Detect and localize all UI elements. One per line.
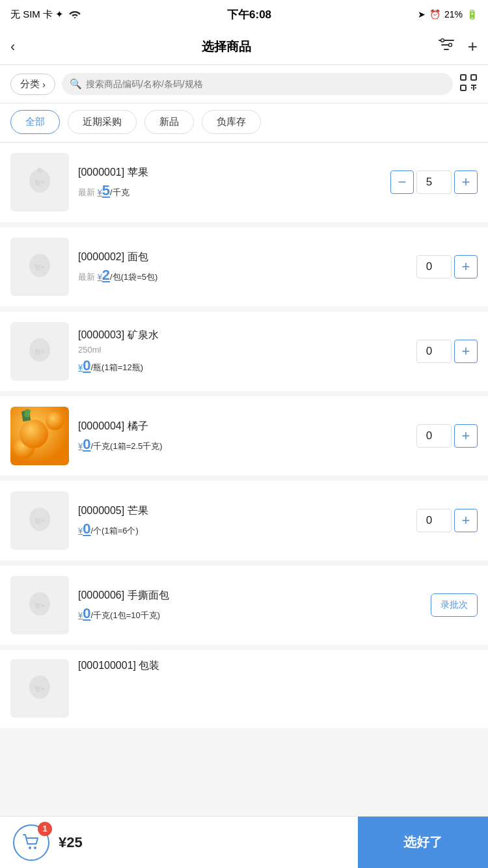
battery-icon: 🔋 (467, 9, 478, 20)
product-thumbnail: 智+ (10, 659, 69, 718)
scan-icon[interactable] (459, 74, 478, 95)
svg-point-25 (29, 847, 31, 849)
confirm-button[interactable]: 选好了 (358, 817, 488, 869)
product-thumbnail (10, 407, 69, 465)
price-number: 0 (83, 521, 90, 537)
category-chevron-icon: › (42, 79, 46, 90)
nav-actions: + (438, 36, 478, 57)
qty-control: + (416, 509, 478, 532)
product-thumbnail: 智+ (10, 491, 69, 550)
product-info: [0000005] 芒果 ¥0/个(1箱=6个) (78, 504, 407, 537)
qty-input[interactable] (416, 170, 452, 194)
qty-input[interactable] (416, 255, 452, 278)
product-item: 智+ [0000003] 矿泉水 250ml ¥0/瓶(1箱=12瓶) + (0, 312, 488, 391)
increase-button[interactable]: + (454, 340, 478, 363)
price-number: 2 (102, 267, 110, 283)
svg-point-4 (448, 43, 452, 46)
price-symbol: ¥ (98, 272, 102, 282)
sim-status: 无 SIM 卡 ✦ (10, 8, 64, 21)
status-time: 下午6:08 (227, 7, 271, 22)
product-info: [000100001] 包装 (78, 659, 478, 675)
filter-icon[interactable] (438, 38, 455, 56)
nav-bar: ‹ 选择商品 + (0, 29, 488, 65)
increase-button[interactable]: + (454, 424, 478, 448)
product-name: [0000002] 面包 (78, 251, 407, 264)
cart-total: ¥25 (59, 834, 83, 851)
qty-control: − + (390, 170, 478, 194)
decrease-button[interactable]: − (390, 170, 414, 194)
qty-input[interactable] (416, 340, 452, 363)
qty-control: + (416, 424, 478, 448)
product-info: [0000006] 手撕面包 ¥0/千克(1包=10千克) (78, 589, 422, 622)
category-button[interactable]: 分类 › (10, 74, 55, 95)
product-list: 智+ [0000001] 苹果 最新 ¥5/千克 − + 智+ [0000002… (0, 142, 488, 728)
qty-control: + (416, 340, 478, 363)
svg-rect-5 (461, 75, 466, 80)
price-latest-label: 最新 (78, 187, 98, 197)
product-name: [0000003] 矿泉水 (78, 329, 407, 342)
bottom-bar: 1 ¥25 选好了 (0, 816, 488, 868)
product-info: [0000004] 橘子 ¥0/千克(1箱=2.5千克) (78, 420, 407, 453)
product-thumbnail: 智+ (10, 322, 69, 381)
price-unit: /千克(1包=10千克) (90, 610, 160, 620)
category-label: 分类 (20, 78, 40, 90)
qty-control: 录批次 (431, 593, 478, 617)
svg-point-26 (34, 847, 36, 849)
location-icon: ➤ (418, 9, 426, 20)
product-price: ¥0/瓶(1箱=12瓶) (78, 357, 407, 374)
svg-text:智+: 智+ (34, 264, 45, 271)
batch-button[interactable]: 录批次 (431, 593, 478, 617)
product-item: 智+ [0000001] 苹果 最新 ¥5/千克 − + (0, 142, 488, 222)
product-thumbnail: 智+ (10, 237, 69, 296)
cart-badge: 1 (38, 822, 52, 836)
cart-area: 1 ¥25 (0, 824, 358, 861)
qty-control: + (416, 255, 478, 278)
product-item: 智+ [0000005] 芒果 ¥0/个(1箱=6个) + (0, 481, 488, 560)
product-name: [000100001] 包装 (78, 659, 478, 673)
cart-button[interactable]: 1 (13, 824, 49, 861)
product-info: [0000001] 苹果 最新 ¥5/千克 (78, 166, 381, 199)
product-price: 最新 ¥2/包(1袋=5包) (78, 267, 407, 284)
product-item: 智+ [0000002] 面包 最新 ¥2/包(1袋=5包) + (0, 227, 488, 306)
status-right: ➤ ⏰ 21% 🔋 (418, 9, 478, 20)
tab-negative-stock[interactable]: 负库存 (202, 110, 261, 134)
page-title: 选择商品 (202, 38, 251, 55)
qty-input[interactable] (416, 509, 452, 532)
wifi-icon (69, 9, 81, 20)
price-number: 5 (102, 182, 110, 198)
qty-input[interactable] (416, 424, 452, 448)
price-unit: /个(1箱=6个) (90, 526, 138, 536)
add-button[interactable]: + (468, 36, 478, 57)
search-input[interactable] (86, 79, 445, 89)
product-price: ¥0/千克(1包=10千克) (78, 605, 422, 622)
search-icon: 🔍 (70, 78, 82, 90)
price-number: 0 (83, 605, 90, 621)
status-bar: 无 SIM 卡 ✦ 下午6:08 ➤ ⏰ 21% 🔋 (0, 0, 488, 29)
product-item: 智+ [000100001] 包装 (0, 650, 488, 728)
svg-text:智+: 智+ (34, 179, 45, 186)
tab-new[interactable]: 新品 (144, 110, 194, 134)
tabs-bar: 全部 近期采购 新品 负库存 (0, 103, 488, 142)
filter-bar: 分类 › 🔍 (0, 65, 488, 103)
svg-rect-7 (461, 85, 466, 90)
battery-level: 21% (444, 9, 463, 20)
price-symbol: ¥ (98, 187, 102, 197)
product-thumbnail: 智+ (10, 153, 69, 211)
product-spec: 250ml (78, 345, 407, 355)
product-name: [0000004] 橘子 (78, 420, 407, 433)
product-item: 智+ [0000006] 手撕面包 ¥0/千克(1包=10千克) 录批次 (0, 565, 488, 645)
tab-recent-purchase[interactable]: 近期采购 (68, 110, 137, 134)
increase-button[interactable]: + (454, 170, 478, 194)
product-price: ¥0/千克(1箱=2.5千克) (78, 436, 407, 453)
product-name: [0000001] 苹果 (78, 166, 381, 180)
back-button[interactable]: ‹ (10, 38, 15, 55)
tab-all[interactable]: 全部 (10, 110, 60, 134)
status-left: 无 SIM 卡 ✦ (10, 8, 81, 21)
svg-text:智+: 智+ (34, 348, 45, 355)
product-name: [0000005] 芒果 (78, 504, 407, 518)
svg-point-3 (441, 38, 444, 42)
svg-text:智+: 智+ (34, 517, 45, 524)
increase-button[interactable]: + (454, 509, 478, 532)
increase-button[interactable]: + (454, 255, 478, 278)
svg-point-13 (37, 168, 42, 173)
